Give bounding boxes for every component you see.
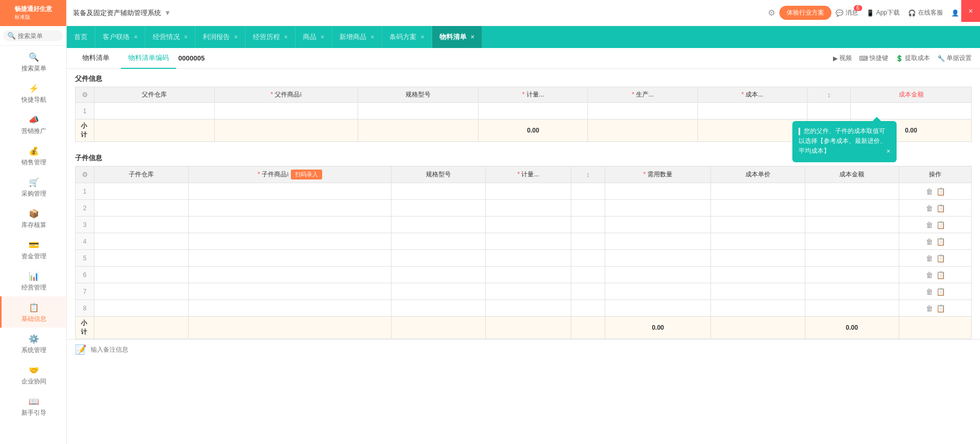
child-cell-1-4[interactable] (485, 183, 571, 200)
action-single-setting[interactable]: 🔧单据设置 (937, 54, 972, 63)
child-cell-8-8[interactable] (805, 300, 899, 317)
delete-icon-5[interactable]: 🗑 (926, 254, 933, 262)
experience-button[interactable]: 体验行业方案 (779, 6, 831, 20)
child-cell-1-1[interactable] (94, 183, 189, 200)
gear-icon[interactable]: ⚙ (768, 8, 775, 18)
child-cell-7-5[interactable] (571, 283, 605, 300)
parent-cell-1-6[interactable] (697, 103, 807, 119)
delete-icon-6[interactable]: 🗑 (926, 271, 933, 279)
child-cell-8-5[interactable] (571, 300, 605, 317)
child-cell-6-3[interactable] (391, 267, 486, 283)
sidebar-item-purchase[interactable]: 🛒 采购管理 (0, 171, 66, 202)
copy-icon-6[interactable]: 📋 (936, 271, 945, 279)
sidebar-item-marketing[interactable]: 📣 营销推广 (0, 109, 66, 140)
sidebar-item-enterprise[interactable]: 🤝 企业协同 (0, 359, 66, 390)
tooltip-close-button[interactable]: × (886, 146, 890, 157)
copy-icon-2[interactable]: 📋 (936, 204, 945, 212)
child-cell-2-4[interactable] (485, 200, 571, 217)
delete-icon-8[interactable]: 🗑 (926, 304, 933, 313)
child-cell-3-8[interactable] (805, 217, 899, 233)
nav-tab-close-operations[interactable]: × (184, 34, 188, 40)
child-cell-7-3[interactable] (391, 283, 486, 300)
child-cell-3-1[interactable] (94, 217, 189, 233)
child-cell-1-7[interactable] (710, 183, 805, 200)
child-cell-5-4[interactable] (485, 250, 571, 267)
nav-tab-close-new-goods[interactable]: × (371, 34, 374, 40)
child-cell-3-3[interactable] (391, 217, 486, 233)
nav-tab-history[interactable]: 经营历程× (246, 26, 296, 48)
child-cell-2-6[interactable] (605, 200, 711, 217)
child-cell-8-2[interactable] (188, 300, 391, 317)
nav-tab-bom[interactable]: 物料清单× (432, 26, 482, 48)
sub-tab-bom-detail[interactable]: 物料清单编码 (121, 48, 176, 69)
sidebar-item-guide[interactable]: 📖 新手引导 (0, 390, 66, 422)
sidebar-item-inventory[interactable]: 📦 库存核算 (0, 202, 66, 234)
child-cell-4-3[interactable] (391, 233, 486, 250)
child-cell-8-4[interactable] (485, 300, 571, 317)
nav-tab-close-goods[interactable]: × (321, 34, 324, 40)
remark-input[interactable] (91, 346, 972, 353)
parent-cell-1-1[interactable] (94, 103, 215, 119)
child-cell-1-3[interactable] (391, 183, 486, 200)
child-cell-7-7[interactable] (710, 283, 805, 300)
child-cell-5-3[interactable] (391, 250, 486, 267)
parent-cell-1-4[interactable] (479, 103, 588, 119)
sidebar-item-operations[interactable]: 📊 经营管理 (0, 265, 66, 296)
nav-tab-close-customer[interactable]: × (134, 34, 138, 40)
child-cell-8-6[interactable] (605, 300, 711, 317)
delete-icon-4[interactable]: 🗑 (926, 237, 933, 246)
child-cell-7-8[interactable] (805, 283, 899, 300)
parent-cell-1-2[interactable] (215, 103, 358, 119)
child-cell-6-4[interactable] (485, 267, 571, 283)
child-cell-4-4[interactable] (485, 233, 571, 250)
child-cell-6-7[interactable] (710, 267, 805, 283)
child-cell-4-1[interactable] (94, 233, 189, 250)
child-cell-6-6[interactable] (605, 267, 711, 283)
nav-tab-customer[interactable]: 客户联络× (95, 26, 145, 48)
child-cell-8-1[interactable] (94, 300, 189, 317)
child-cell-2-1[interactable] (94, 200, 189, 217)
app-download-button[interactable]: 📱 App下载 (866, 8, 900, 17)
child-cell-5-2[interactable] (188, 250, 391, 267)
child-cell-3-7[interactable] (710, 217, 805, 233)
parent-cell-1-3[interactable] (358, 103, 478, 119)
child-cell-4-8[interactable] (805, 233, 899, 250)
child-cell-1-5[interactable] (571, 183, 605, 200)
child-cell-2-5[interactable] (571, 200, 605, 217)
child-cell-6-2[interactable] (188, 267, 391, 283)
nav-tab-profit[interactable]: 利润报告× (195, 26, 246, 48)
child-cell-5-8[interactable] (805, 250, 899, 267)
child-cell-3-4[interactable] (485, 217, 571, 233)
delete-icon-2[interactable]: 🗑 (926, 204, 933, 212)
child-cell-7-6[interactable] (605, 283, 711, 300)
child-cell-1-2[interactable] (188, 183, 391, 200)
child-cell-7-2[interactable] (188, 283, 391, 300)
parent-cell-1-8[interactable] (851, 103, 972, 119)
child-cell-5-6[interactable] (605, 250, 711, 267)
nav-tab-close-profit[interactable]: × (234, 34, 238, 40)
sub-tab-bom-list[interactable]: 物料清单 (75, 48, 117, 69)
child-cell-7-1[interactable] (94, 283, 189, 300)
copy-icon-3[interactable]: 📋 (936, 221, 945, 229)
settings-child-btn[interactable]: ⚙ (82, 171, 88, 178)
sidebar-item-system[interactable]: ⚙️ 系统管理 (0, 328, 66, 359)
child-cell-8-7[interactable] (710, 300, 805, 317)
child-cell-3-6[interactable] (605, 217, 711, 233)
copy-icon-8[interactable]: 📋 (936, 304, 945, 313)
copy-icon-4[interactable]: 📋 (936, 237, 945, 246)
child-cell-4-2[interactable] (188, 233, 391, 250)
child-cell-6-5[interactable] (571, 267, 605, 283)
parent-cell-1-5[interactable] (588, 103, 697, 119)
nav-tab-home[interactable]: 首页 (67, 26, 95, 48)
delete-icon-7[interactable]: 🗑 (926, 287, 933, 296)
child-cell-5-7[interactable] (710, 250, 805, 267)
copy-icon-1[interactable]: 📋 (936, 187, 945, 196)
child-cell-4-6[interactable] (605, 233, 711, 250)
scan-button[interactable]: 扫码录入 (291, 170, 322, 179)
sidebar-item-search[interactable]: 🔍 搜索菜单 (0, 46, 66, 77)
nav-tab-barcode[interactable]: 条码方案× (382, 26, 432, 48)
message-button[interactable]: 💬 消息 6 (836, 8, 858, 17)
child-cell-4-7[interactable] (710, 233, 805, 250)
nav-tab-operations[interactable]: 经营情况× (145, 26, 195, 48)
copy-icon-7[interactable]: 📋 (936, 287, 945, 296)
